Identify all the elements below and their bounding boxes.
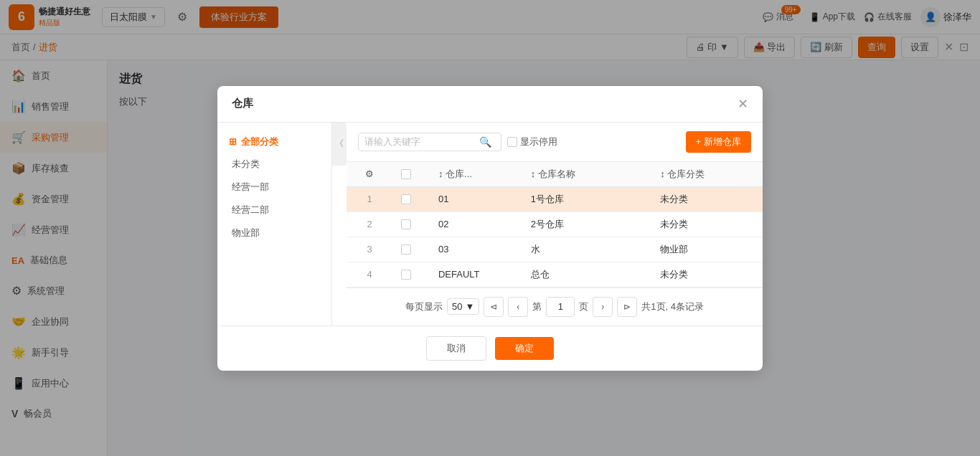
table-row[interactable]: 3 03 水 物业部	[347, 237, 763, 262]
show-disabled-checkbox[interactable]	[507, 137, 517, 147]
row-check-4[interactable]	[392, 262, 430, 287]
dialog-header: 仓库 ✕	[217, 86, 763, 123]
row-checkbox-1[interactable]	[401, 194, 411, 204]
row-num-4: 4	[347, 262, 392, 287]
table-row[interactable]: 1 01 1号仓库 未分类	[347, 186, 763, 212]
warehouse-dialog: 仓库 ✕ ⊞ 全部分类 未分类 经营一部 经营二部	[217, 86, 763, 371]
table-header-row: ⚙ ↕ 仓库... ↕	[347, 162, 763, 187]
per-page-label: 每页显示	[405, 300, 443, 313]
row-code-4: DEFAULT	[430, 262, 522, 287]
row-code-1: 01	[430, 186, 522, 212]
page-label: 第	[532, 300, 542, 313]
th-category: ↕ 仓库分类	[651, 162, 763, 187]
page-unit-label: 页	[579, 300, 588, 313]
row-cat-3: 物业部	[651, 237, 763, 262]
th-checkbox	[392, 162, 430, 187]
dialog-footer: 取消 确定	[217, 326, 763, 371]
row-check-2[interactable]	[392, 212, 430, 237]
row-name-3: 水	[522, 237, 651, 262]
table-row[interactable]: 4 DEFAULT 总仓 未分类	[347, 262, 763, 287]
total-records-label: 共1页, 4条记录	[641, 300, 704, 313]
category-item-property[interactable]: 物业部	[223, 222, 326, 244]
content-panel: 🔍 显示停用 + 新增仓库 ⚙	[347, 123, 763, 326]
all-categories-item[interactable]: ⊞ 全部分类	[223, 131, 326, 153]
row-name-1: 1号仓库	[522, 186, 651, 212]
category-item-ops2[interactable]: 经营二部	[223, 199, 326, 222]
category-panel: ⊞ 全部分类 未分类 经营一部 经营二部 物业部	[217, 123, 332, 326]
last-page-button[interactable]: ⊳	[617, 297, 637, 317]
category-item-ops1[interactable]: 经营一部	[223, 176, 326, 199]
row-num-2: 2	[347, 212, 392, 237]
confirm-button[interactable]: 确定	[495, 337, 554, 360]
row-num-3: 3	[347, 237, 392, 262]
per-page-select[interactable]: 50 ▼	[447, 298, 479, 315]
search-icon[interactable]: 🔍	[479, 136, 491, 148]
dialog-title: 仓库	[232, 97, 253, 110]
row-name-2: 2号仓库	[522, 212, 651, 237]
page-number-input[interactable]	[546, 297, 575, 317]
row-num-1: 1	[347, 186, 392, 212]
cancel-button[interactable]: 取消	[426, 336, 486, 361]
row-code-3: 03	[430, 237, 522, 262]
show-disabled-label[interactable]: 显示停用	[507, 136, 557, 148]
category-label-unclassified: 未分类	[232, 158, 260, 169]
row-checkbox-2[interactable]	[401, 219, 411, 229]
row-code-2: 02	[430, 212, 522, 237]
th-settings: ⚙	[347, 162, 392, 187]
row-check-1[interactable]	[392, 186, 430, 212]
row-checkbox-3[interactable]	[401, 244, 411, 255]
add-warehouse-button[interactable]: + 新增仓库	[686, 131, 751, 153]
dialog-close-button[interactable]: ✕	[738, 96, 748, 112]
per-page-dropdown-icon: ▼	[465, 301, 474, 312]
prev-page-button[interactable]: ‹	[508, 297, 528, 317]
warehouse-table: ⚙ ↕ 仓库... ↕	[347, 162, 763, 288]
row-checkbox-4[interactable]	[401, 270, 411, 280]
search-box: 🔍	[358, 133, 501, 151]
pagination: 每页显示 50 ▼ ⊲ ‹ 第 页 › ⊳ 共1页, 4条记录	[347, 288, 763, 326]
category-label-ops1: 经营一部	[232, 181, 269, 192]
column-settings-icon[interactable]: ⚙	[365, 168, 374, 179]
per-page-value: 50	[452, 301, 462, 312]
th-code: ↕ 仓库...	[430, 162, 522, 187]
modal-overlay: 仓库 ✕ ⊞ 全部分类 未分类 经营一部 经营二部	[0, 0, 980, 456]
content-toolbar: 🔍 显示停用 + 新增仓库	[347, 123, 763, 162]
grid-icon: ⊞	[229, 136, 237, 147]
first-page-button[interactable]: ⊲	[484, 297, 504, 317]
dialog-body: ⊞ 全部分类 未分类 经营一部 经营二部 物业部 《	[217, 123, 763, 326]
category-label-property: 物业部	[232, 227, 260, 238]
row-cat-2: 未分类	[651, 212, 763, 237]
warehouse-table-wrapper: ⚙ ↕ 仓库... ↕	[347, 162, 763, 288]
row-name-4: 总仓	[522, 262, 651, 287]
row-cat-1: 未分类	[651, 186, 763, 212]
show-disabled-text: 显示停用	[520, 136, 557, 148]
category-item-unclassified[interactable]: 未分类	[223, 153, 326, 176]
search-input[interactable]	[364, 136, 479, 147]
all-categories-label: 全部分类	[241, 136, 278, 148]
next-page-button[interactable]: ›	[593, 297, 613, 317]
table-row[interactable]: 2 02 2号仓库 未分类	[347, 212, 763, 237]
sort-icon-category: ↕	[660, 168, 665, 179]
row-cat-4: 未分类	[651, 262, 763, 287]
row-check-3[interactable]	[392, 237, 430, 262]
th-name: ↕ 仓库名称	[522, 162, 651, 187]
sort-icon-name: ↕	[531, 168, 536, 179]
sort-icon-code: ↕	[438, 168, 443, 179]
category-label-ops2: 经营二部	[232, 204, 269, 215]
select-all-checkbox[interactable]	[401, 169, 411, 179]
collapse-panel-button[interactable]: 《	[332, 123, 347, 166]
